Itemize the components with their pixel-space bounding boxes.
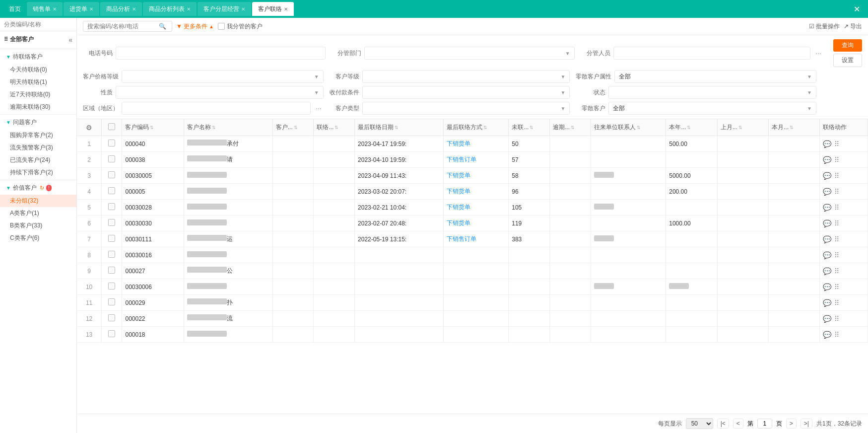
contact-method-link[interactable]: 下销货单 xyxy=(447,188,470,195)
more-conditions-btn[interactable]: ▼ 更多条件 ▲ xyxy=(176,22,214,31)
chat-icon[interactable]: 💬 xyxy=(823,219,831,227)
cell-name[interactable] xyxy=(184,184,272,200)
first-page-btn[interactable]: |< xyxy=(717,419,729,429)
sidebar-item-declining[interactable]: 持续下滑客户(2) xyxy=(0,166,76,179)
refresh-icon[interactable]: ↻ xyxy=(40,185,44,191)
cell-check[interactable] xyxy=(102,136,122,152)
chat-icon[interactable]: 💬 xyxy=(823,299,831,307)
sidebar-group-value[interactable]: ▼ 价值客户 ↻ ! xyxy=(0,181,76,195)
filter-manager-input[interactable] xyxy=(613,47,811,60)
prev-page-btn[interactable]: < xyxy=(733,419,743,429)
contact-method-link[interactable]: 下销货单 xyxy=(447,219,470,226)
nav-tab-purchase[interactable]: 进货单 ✕ xyxy=(64,2,99,16)
sidebar-item-tomorrow[interactable]: 明天待联络(1) xyxy=(0,76,76,88)
nav-home[interactable]: 首页 xyxy=(4,5,26,13)
row-checkbox[interactable] xyxy=(108,203,115,210)
grid-icon[interactable]: ⠿ xyxy=(834,283,839,291)
grid-icon[interactable]: ⠿ xyxy=(834,235,839,243)
sidebar-item-overdue[interactable]: 逾期未联络(30) xyxy=(0,101,76,113)
sidebar-search-input[interactable] xyxy=(4,21,77,28)
close-tab-sales-icon[interactable]: ✕ xyxy=(53,6,57,12)
col-type-header[interactable]: 客户...⇅ xyxy=(272,119,314,136)
cell-last-method[interactable]: 下销货单 xyxy=(444,168,509,184)
page-size-select[interactable]: 50 100 xyxy=(686,418,713,429)
filter-price-tier-select[interactable]: ▼ xyxy=(122,70,324,83)
row-checkbox[interactable] xyxy=(108,140,115,146)
sidebar-group-problem[interactable]: ▼ 问题客户 xyxy=(0,116,76,129)
row-checkbox[interactable] xyxy=(108,219,115,226)
row-checkbox[interactable] xyxy=(108,187,115,194)
grid-icon[interactable]: ⠿ xyxy=(834,188,839,196)
sidebar-item-abnormal[interactable]: 囤购异常客户(2) xyxy=(0,129,76,142)
cell-check[interactable] xyxy=(102,184,122,200)
cell-name[interactable]: 运 xyxy=(184,231,272,247)
cell-name[interactable] xyxy=(184,168,272,184)
cell-name[interactable] xyxy=(184,247,272,263)
col-last-date-header[interactable]: 最后联络日期⇅ xyxy=(355,119,444,136)
cell-name[interactable] xyxy=(184,279,272,295)
settings-gear-icon[interactable]: ⚙ xyxy=(86,124,92,132)
col-person-header[interactable]: 往来单位联系人⇅ xyxy=(591,119,666,136)
cell-check[interactable] xyxy=(102,168,122,184)
cell-check[interactable] xyxy=(102,263,122,279)
close-tab-customer-tier-icon[interactable]: ✕ xyxy=(241,6,245,12)
row-checkbox[interactable] xyxy=(108,267,115,274)
close-tab-purchase-icon[interactable]: ✕ xyxy=(89,6,93,12)
chat-icon[interactable]: 💬 xyxy=(823,283,831,291)
grid-icon[interactable]: ⠿ xyxy=(834,219,839,227)
chat-icon[interactable]: 💬 xyxy=(823,204,831,212)
cell-last-method[interactable]: 下销货单 xyxy=(444,184,509,200)
filter-customer-type-select[interactable]: ▼ xyxy=(362,102,570,115)
cell-name[interactable]: 公 xyxy=(184,263,272,279)
main-search-icon[interactable]: 🔍 xyxy=(159,23,166,30)
col-last-month-header[interactable]: 上月...⇅ xyxy=(717,119,768,136)
filter-customer-tier-select[interactable]: ▼ xyxy=(362,70,570,83)
filter-dept-select[interactable]: ▼ xyxy=(364,47,574,60)
row-checkbox[interactable] xyxy=(108,330,115,337)
cell-last-method[interactable]: 下销售订单 xyxy=(444,152,509,168)
select-all-checkbox[interactable] xyxy=(108,123,115,130)
chat-icon[interactable]: 💬 xyxy=(823,331,831,339)
sort-date-icon[interactable]: ⇅ xyxy=(395,125,399,130)
sort-code-icon[interactable]: ⇅ xyxy=(150,125,154,130)
cell-check[interactable] xyxy=(102,152,122,168)
cell-last-method[interactable]: 下销货单 xyxy=(444,200,509,216)
grid-icon[interactable]: ⠿ xyxy=(834,299,839,307)
window-close-icon[interactable]: ✕ xyxy=(850,4,864,14)
contact-method-link[interactable]: 下销货单 xyxy=(447,172,470,179)
sidebar-item-b-class[interactable]: B类客户(33) xyxy=(0,219,76,232)
cell-name[interactable]: 扑 xyxy=(184,295,272,311)
cell-check[interactable] xyxy=(102,295,122,311)
main-search-box[interactable]: 🔍 xyxy=(83,21,172,32)
chat-icon[interactable]: 💬 xyxy=(823,140,831,148)
cell-check[interactable] xyxy=(102,247,122,263)
contact-method-link[interactable]: 下销货单 xyxy=(447,140,470,147)
filter-region-dots-icon[interactable]: ··· xyxy=(314,104,324,112)
nav-tab-analysis-list[interactable]: 商品分析列表 ✕ xyxy=(143,2,197,16)
sidebar-group-pending[interactable]: ▼ 待联络客户 xyxy=(0,50,76,64)
grid-icon[interactable]: ⠿ xyxy=(834,156,839,164)
row-checkbox[interactable] xyxy=(108,155,115,162)
batch-ops-btn[interactable]: ☑ 批量操作 xyxy=(809,22,840,31)
grid-icon[interactable]: ⠿ xyxy=(834,267,839,275)
filter-dots-icon[interactable]: ··· xyxy=(813,49,823,57)
sort-nocontact-icon[interactable]: ⇅ xyxy=(530,125,534,130)
sidebar-item-c-class[interactable]: C类客户(6) xyxy=(0,232,76,244)
close-tab-analysis-icon[interactable]: ✕ xyxy=(132,6,136,12)
row-checkbox[interactable] xyxy=(108,171,115,178)
cell-check[interactable] xyxy=(102,231,122,247)
filter-status-select[interactable]: ▼ xyxy=(608,86,816,99)
checkbox-icon[interactable] xyxy=(218,23,225,30)
cell-last-method[interactable]: 下销货单 xyxy=(444,136,509,152)
row-checkbox[interactable] xyxy=(108,298,115,305)
filter-retail-select[interactable]: 全部 ▼ xyxy=(608,102,816,115)
grid-icon[interactable]: ⠿ xyxy=(834,331,839,339)
filter-retail-attr-select[interactable]: 全部 ▼ xyxy=(614,70,816,83)
export-btn[interactable]: ↗ 导出 xyxy=(844,22,862,31)
cell-check[interactable] xyxy=(102,200,122,216)
close-tab-analysis-list-icon[interactable]: ✕ xyxy=(187,6,191,12)
col-this-year-header[interactable]: 本年...⇅ xyxy=(666,119,717,136)
nav-tab-customer-contact[interactable]: 客户联络 ✕ xyxy=(252,2,294,16)
sort-contact-icon[interactable]: ⇅ xyxy=(334,125,338,130)
sidebar-item-7days[interactable]: 近7天待联络(0) xyxy=(0,88,76,101)
